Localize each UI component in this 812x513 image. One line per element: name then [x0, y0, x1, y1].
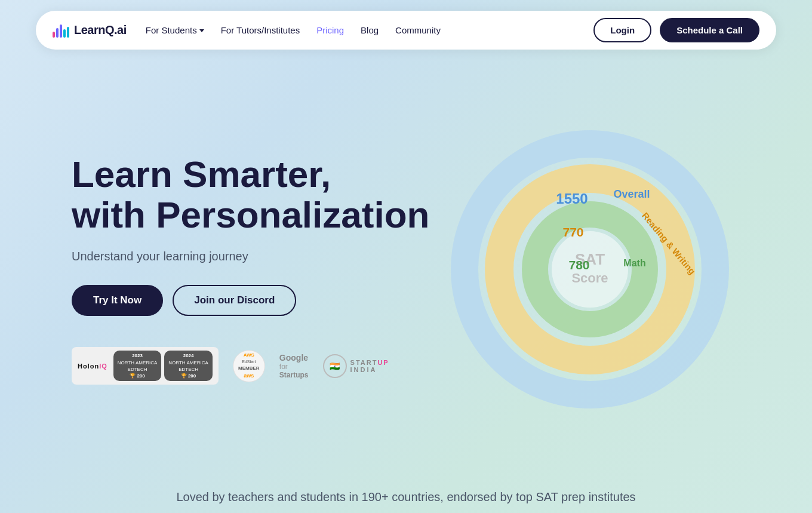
- try-it-now-button[interactable]: Try It Now: [72, 285, 163, 316]
- nav-item-tutors[interactable]: For Tutors/Institutes: [221, 25, 300, 35]
- rw-score-label: 770: [562, 225, 583, 239]
- overall-label: Overall: [613, 188, 650, 200]
- hero-buttons: Try It Now Join our Discord: [72, 285, 439, 316]
- aws-text: AWS: [244, 352, 254, 359]
- svg-point-3: [552, 231, 628, 308]
- startup-india-text: STARTUP INDIA: [350, 359, 389, 373]
- login-button[interactable]: Login: [593, 18, 651, 42]
- hero-subtitle: Understand your learning journey: [72, 250, 439, 263]
- nav-left: LearnQ.ai For Students For Tutors/Instit…: [53, 23, 441, 38]
- google-badge: Google for Startups: [279, 353, 309, 379]
- logo-icon: [53, 23, 69, 38]
- google-text: Google: [279, 353, 308, 363]
- hero-section: Learn Smarter, with Personalization Unde…: [0, 60, 812, 466]
- google-startups: Startups: [279, 371, 309, 379]
- holon-badge: HolonIQ 2023 NORTH AMERICA EDTECH 🏆 200 …: [72, 347, 219, 385]
- nav-item-community[interactable]: Community: [395, 25, 441, 35]
- score-center-text: Score: [571, 271, 608, 285]
- badges-row: HolonIQ 2023 NORTH AMERICA EDTECH 🏆 200 …: [72, 347, 439, 385]
- bottom-text: Loved by teachers and students in 190+ c…: [176, 490, 635, 503]
- google-for: for: [279, 363, 288, 371]
- hero-title: Learn Smarter, with Personalization: [72, 154, 439, 235]
- aws-member: MEMBER: [238, 365, 260, 372]
- logo-text: LearnQ.ai: [74, 23, 127, 37]
- startup-india-badge: 🇮🇳 STARTUP INDIA: [323, 354, 389, 378]
- overall-score-label: 1550: [556, 191, 588, 207]
- nav-links: For Students For Tutors/Institutes Prici…: [146, 25, 441, 35]
- chevron-down-icon: [199, 29, 204, 32]
- aws-logo: aws: [244, 372, 254, 380]
- donut-container: SAT Score 1550 Overall 770 Reading & Wri…: [447, 126, 733, 413]
- award-2024: 2024 NORTH AMERICA EDTECH 🏆 200: [164, 351, 213, 381]
- nav-item-students[interactable]: For Students: [146, 25, 204, 35]
- bottom-banner: Loved by teachers and students in 190+ c…: [0, 466, 812, 513]
- holon-awards: 2023 NORTH AMERICA EDTECH 🏆 200 2024 NOR…: [113, 351, 213, 381]
- aws-label: EdStart: [242, 359, 256, 365]
- nav-item-blog[interactable]: Blog: [361, 25, 379, 35]
- math-label: Math: [623, 258, 645, 268]
- nav-right: Login Schedule a Call: [593, 18, 759, 42]
- award-2023: 2023 NORTH AMERICA EDTECH 🏆 200: [113, 351, 162, 381]
- holon-label: HolonIQ: [78, 363, 107, 370]
- donut-svg: SAT Score 1550 Overall 770 Reading & Wri…: [447, 126, 733, 413]
- startup-india-icon: 🇮🇳: [323, 354, 347, 378]
- math-score-label: 780: [568, 258, 589, 272]
- navbar: LearnQ.ai For Students For Tutors/Instit…: [36, 11, 776, 50]
- logo[interactable]: LearnQ.ai: [53, 23, 127, 38]
- hero-content: Learn Smarter, with Personalization Unde…: [72, 154, 439, 385]
- nav-item-pricing[interactable]: Pricing: [316, 25, 344, 35]
- aws-badge: AWS EdStart MEMBER aws: [233, 350, 265, 382]
- schedule-button[interactable]: Schedule a Call: [660, 18, 759, 42]
- sat-score-chart: SAT Score 1550 Overall 770 Reading & Wri…: [439, 126, 740, 413]
- join-discord-button[interactable]: Join our Discord: [173, 285, 296, 316]
